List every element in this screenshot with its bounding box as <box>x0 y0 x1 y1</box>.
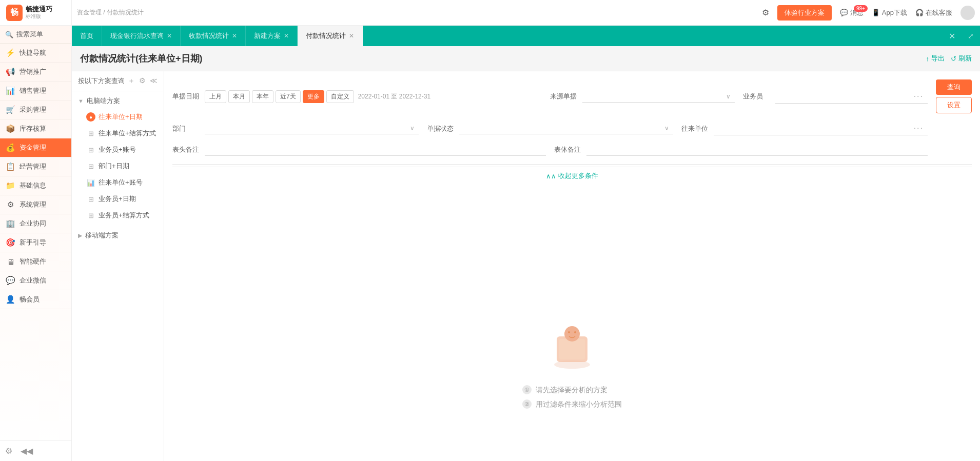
last-month-btn[interactable]: 上月 <box>205 90 226 103</box>
sidebar-item-capital[interactable]: 💰 资金管理 <box>0 138 71 157</box>
chart-icon: 📊 <box>86 178 95 187</box>
sidebar-item-quick-nav[interactable]: ⚡ 快捷导航 <box>0 44 71 63</box>
collapse-sidebar-icon[interactable]: ◀◀ <box>21 446 33 456</box>
sidebar-item-label: 智能硬件 <box>19 257 46 266</box>
sidebar-item-label: 库存核算 <box>19 124 46 133</box>
nav-tab-label: 现金银行流水查询 <box>110 31 164 41</box>
close-tab-bank-flow[interactable]: ✕ <box>167 32 172 39</box>
sidebar-item-operation[interactable]: 📋 经营管理 <box>0 157 71 176</box>
active-scheme-icon: ● <box>86 112 95 122</box>
export-button[interactable]: ↑ 导出 <box>926 54 945 63</box>
nav-tabs-right: ✕ ⤢ <box>943 26 980 46</box>
table-body-note-input[interactable] <box>586 144 928 156</box>
filter-row-1: 单据日期 上月 本月 本年 近7天 更多 自定义 2022-01-01 至 20… <box>172 79 972 113</box>
related-unit-more-icon[interactable]: ··· <box>914 124 924 133</box>
sidebar-item-label: 资金管理 <box>19 143 46 152</box>
manage-scheme-icon[interactable]: ⚙ <box>139 76 146 86</box>
sidebar-item-purchase[interactable]: 🛒 采购管理 <box>0 101 71 119</box>
enterprise-icon: 🏢 <box>5 218 15 229</box>
sidebar-item-label: 新手引导 <box>19 238 46 247</box>
voucher-status-select[interactable]: ∨ <box>459 123 673 134</box>
mobile-section-header[interactable]: ▶ 移动端方案 <box>72 228 164 243</box>
sidebar-logo: 畅 畅捷通巧 标准版 <box>0 0 71 26</box>
sidebar-item-system[interactable]: ⚙ 系统管理 <box>0 195 71 214</box>
source-select[interactable]: ∨ <box>582 91 735 103</box>
scheme-item-dept-date[interactable]: ⊞部门+日期 <box>72 158 164 174</box>
close-tab-receipt-stats[interactable]: ✕ <box>232 32 237 39</box>
staff-select[interactable]: ··· <box>775 90 928 104</box>
query-button[interactable]: 查询 <box>936 79 972 95</box>
filter-row-2: 部门 ∨ 单据状态 ∨ 往来单位 <box>172 122 972 135</box>
related-unit-select[interactable]: ··· <box>714 122 928 135</box>
page-title: 付款情况统计(往来单位+日期) <box>80 52 926 65</box>
topbar-settings-icon[interactable]: ⚙ <box>762 8 769 17</box>
sidebar-item-wechat[interactable]: 💬 企业微信 <box>0 271 71 290</box>
collapse-filter-btn[interactable]: ∧∧ 收起更多条件 <box>172 167 972 185</box>
desktop-section-header[interactable]: ▼ 电脑端方案 <box>72 93 164 109</box>
sidebar-item-hardware[interactable]: 🖥 智能硬件 <box>0 252 71 271</box>
table-head-note-input[interactable] <box>205 144 546 156</box>
trial-button[interactable]: 体验行业方案 <box>777 5 832 21</box>
staff-more-icon[interactable]: ··· <box>914 92 924 101</box>
sidebar-item-member[interactable]: 👤 畅会员 <box>0 290 71 309</box>
sidebar-item-label: 营销推广 <box>19 67 46 76</box>
scheme-item-unit-settle[interactable]: ⊞往来单位+结算方式 <box>72 125 164 142</box>
close-tab-new-scheme[interactable]: ✕ <box>284 32 289 39</box>
sidebar-item-guide[interactable]: 🎯 新手引导 <box>0 233 71 252</box>
settings-icon[interactable]: ⚙ <box>5 446 12 456</box>
table-icon: ⊞ <box>86 162 95 171</box>
avatar[interactable] <box>961 6 975 20</box>
sidebar-item-label: 畅会员 <box>19 295 40 304</box>
expand-tabs-button[interactable]: ⤢ <box>962 32 980 40</box>
nav-tab-bank-flow[interactable]: 现金银行流水查询✕ <box>102 26 181 46</box>
export-icon: ↑ <box>926 55 930 63</box>
sidebar-item-basic-info[interactable]: 📁 基础信息 <box>0 176 71 195</box>
related-unit-filter: 往来单位 ··· <box>681 122 928 135</box>
search-menu[interactable]: 🔍 搜索菜单 <box>0 26 71 44</box>
topbar-actions: ⚙ 体验行业方案 💬 消息 99+ 📱 App下载 🎧 在线客服 <box>762 5 975 21</box>
refresh-icon: ↺ <box>951 55 956 63</box>
nav-tab-new-scheme[interactable]: 新建方案✕ <box>246 26 298 46</box>
sidebar-item-enterprise[interactable]: 🏢 企业协同 <box>0 214 71 233</box>
scheme-item-label: 业务员+结算方式 <box>99 211 149 220</box>
scheme-item-label: 往来单位+账号 <box>99 178 143 187</box>
system-icon: ⚙ <box>5 199 15 210</box>
scheme-item-unit-date[interactable]: ●往来单位+日期 <box>72 109 164 125</box>
marketing-icon: 📢 <box>5 67 15 77</box>
filter-settings-button[interactable]: 设置 <box>936 97 972 113</box>
close-all-tabs-button[interactable]: ✕ <box>943 31 962 41</box>
sidebar-item-marketing[interactable]: 📢 营销推广 <box>0 63 71 82</box>
online-service-button[interactable]: 🎧 在线客服 <box>915 8 952 17</box>
guide-icon: 🎯 <box>5 237 15 248</box>
nav-tab-receipt-stats[interactable]: 收款情况统计✕ <box>181 26 246 46</box>
svg-rect-2 <box>559 339 585 359</box>
sidebar-items: ⚡ 快捷导航 📢 营销推广 📊 销售管理 🛒 采购管理 📦 库存核算 💰 资金管… <box>0 44 71 309</box>
scheme-item-staff-account[interactable]: ⊞业务员+账号 <box>72 142 164 158</box>
nav-tab-home[interactable]: 首页 <box>72 26 102 46</box>
scheme-item-unit-account[interactable]: 📊往来单位+账号 <box>72 174 164 191</box>
sidebar-item-sales[interactable]: 📊 销售管理 <box>0 82 71 101</box>
nav-tab-payment-stats[interactable]: 付款情况统计✕ <box>298 26 363 46</box>
scheme-item-staff-settle[interactable]: ⊞业务员+结算方式 <box>72 207 164 224</box>
scheme-item-staff-date[interactable]: ⊞业务员+日期 <box>72 191 164 207</box>
this-month-btn[interactable]: 本月 <box>228 90 250 103</box>
sidebar-item-label: 采购管理 <box>19 105 46 114</box>
service-icon: 🎧 <box>915 9 924 16</box>
sidebar-item-label: 经营管理 <box>19 162 46 171</box>
app-download-button[interactable]: 📱 App下载 <box>872 8 907 17</box>
this-year-btn[interactable]: 本年 <box>252 90 273 103</box>
nav-tab-label: 付款情况统计 <box>306 31 346 41</box>
sidebar-item-inventory[interactable]: 📦 库存核算 <box>0 119 71 138</box>
message-button[interactable]: 💬 消息 99+ <box>840 8 864 17</box>
custom-date-btn[interactable]: 自定义 <box>326 90 354 103</box>
collapse-panel-icon[interactable]: ≪ <box>150 76 158 86</box>
scheme-panel: 按以下方案查询 ＋ ⚙ ≪ ▼ 电脑端方案 ●往来单位+日期⊞往来单位+结算方式… <box>72 71 164 461</box>
add-scheme-icon[interactable]: ＋ <box>128 76 135 86</box>
sidebar-item-label: 快捷导航 <box>19 48 46 57</box>
more-date-btn[interactable]: 更多 <box>303 90 324 103</box>
svg-point-5 <box>574 331 576 333</box>
refresh-button[interactable]: ↺ 刷新 <box>951 54 972 63</box>
dept-select[interactable]: ∨ <box>205 123 419 134</box>
close-tab-payment-stats[interactable]: ✕ <box>349 32 354 39</box>
last-7days-btn[interactable]: 近7天 <box>276 90 301 103</box>
